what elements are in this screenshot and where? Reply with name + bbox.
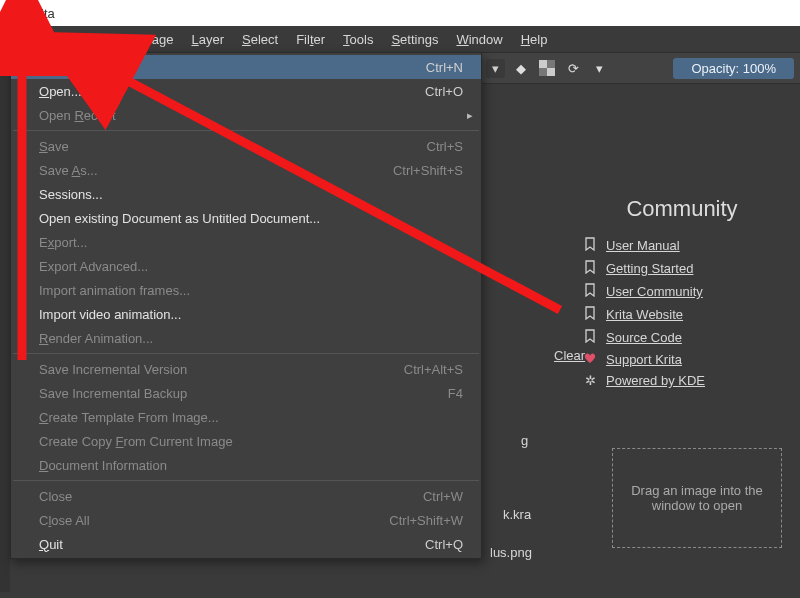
menu-edit[interactable]: Edit — [43, 29, 81, 50]
menu-item-create-copy-from-current-image: Create Copy From Current Image — [11, 429, 481, 453]
alpha-lock-icon[interactable] — [537, 58, 557, 78]
menu-filter[interactable]: Filter — [288, 29, 333, 50]
menu-item-label: Document Information — [39, 458, 463, 473]
community-link-getting-started[interactable]: Getting Started — [582, 259, 782, 278]
menu-separator — [13, 130, 479, 131]
svg-rect-0 — [539, 60, 547, 68]
menu-item-label: Export Advanced... — [39, 259, 463, 274]
menu-item-new[interactable]: New...Ctrl+N — [11, 55, 481, 79]
menu-item-label: New... — [39, 60, 406, 75]
community-link-user-community[interactable]: User Community — [582, 282, 782, 301]
menu-item-label: Open Recent — [39, 108, 463, 123]
menu-item-sessions[interactable]: Sessions... — [11, 182, 481, 206]
menu-item-close: CloseCtrl+W — [11, 484, 481, 508]
menu-item-import-video-animation[interactable]: Import video animation... — [11, 302, 481, 326]
menu-item-quit[interactable]: QuitCtrl+Q — [11, 532, 481, 556]
svg-rect-3 — [539, 68, 547, 76]
community-link-label: User Manual — [606, 238, 680, 253]
menu-item-label: Create Template From Image... — [39, 410, 463, 425]
menu-item-close-all: Close AllCtrl+Shift+W — [11, 508, 481, 532]
community-link-label: Support Krita — [606, 352, 682, 367]
community-link-source-code[interactable]: Source Code — [582, 328, 782, 347]
menu-item-import-animation-frames: Import animation frames... — [11, 278, 481, 302]
menu-item-shortcut: Ctrl+W — [423, 489, 463, 504]
menu-file[interactable]: File — [4, 29, 41, 50]
opacity-slider[interactable]: Opacity: 100% — [673, 58, 794, 79]
menu-item-shortcut: Ctrl+Shift+S — [393, 163, 463, 178]
app-body: FileEditViewImageLayerSelectFilterToolsS… — [0, 26, 800, 598]
menu-item-label: Open... — [39, 84, 405, 99]
community-link-label: User Community — [606, 284, 703, 299]
bookmark-icon — [582, 283, 598, 300]
menu-item-label: Close — [39, 489, 403, 504]
menu-item-shortcut: Ctrl+Alt+S — [404, 362, 463, 377]
window-title: Krita — [28, 6, 55, 21]
community-link-label: Source Code — [606, 330, 682, 345]
menu-image[interactable]: Image — [129, 29, 181, 50]
menu-item-label: Save As... — [39, 163, 373, 178]
menu-item-open-recent: Open Recent — [11, 103, 481, 127]
community-heading: Community — [582, 196, 782, 222]
menu-item-shortcut: Ctrl+N — [426, 60, 463, 75]
menu-item-shortcut: Ctrl+S — [427, 139, 463, 154]
menu-item-save-as: Save As...Ctrl+Shift+S — [11, 158, 481, 182]
bookmark-icon — [582, 260, 598, 277]
menu-settings[interactable]: Settings — [383, 29, 446, 50]
menu-item-save-incremental-version: Save Incremental VersionCtrl+Alt+S — [11, 357, 481, 381]
menu-item-label: Close All — [39, 513, 369, 528]
menu-layer[interactable]: Layer — [183, 29, 232, 50]
menu-tools[interactable]: Tools — [335, 29, 381, 50]
svg-rect-1 — [547, 68, 555, 76]
community-panel: Community User ManualGetting StartedUser… — [582, 196, 782, 393]
drop-zone-label: Drag an image into the window to open — [619, 483, 775, 513]
menu-help[interactable]: Help — [513, 29, 556, 50]
drop-zone[interactable]: Drag an image into the window to open — [612, 448, 782, 548]
community-link-support-krita[interactable]: Support Krita — [582, 351, 782, 368]
recent-file[interactable]: g — [521, 433, 528, 448]
recent-file[interactable]: k.kra — [503, 507, 531, 522]
menu-item-open-existing-document-as-untitled-document[interactable]: Open existing Document as Untitled Docum… — [11, 206, 481, 230]
brush-preset-dropdown[interactable]: ▾ — [486, 59, 505, 78]
community-link-label: Powered by KDE — [606, 373, 705, 388]
gear-icon: ✲ — [582, 373, 598, 388]
menu-item-label: Sessions... — [39, 187, 463, 202]
chevron-down-icon[interactable]: ▾ — [589, 58, 609, 78]
menu-item-label: Create Copy From Current Image — [39, 434, 463, 449]
left-tool-rail — [0, 52, 10, 592]
menu-item-render-animation: Render Animation... — [11, 326, 481, 350]
menu-item-create-template-from-image: Create Template From Image... — [11, 405, 481, 429]
menu-item-shortcut: Ctrl+O — [425, 84, 463, 99]
menu-item-save: SaveCtrl+S — [11, 134, 481, 158]
menu-separator — [13, 480, 479, 481]
community-link-powered-by-kde[interactable]: ✲Powered by KDE — [582, 372, 782, 389]
menu-item-document-information: Document Information — [11, 453, 481, 477]
title-bar: Krita — [0, 0, 800, 26]
menu-item-label: Open existing Document as Untitled Docum… — [39, 211, 463, 226]
menu-item-export-advanced: Export Advanced... — [11, 254, 481, 278]
eraser-mode-icon[interactable]: ◆ — [511, 58, 531, 78]
bookmark-icon — [582, 306, 598, 323]
svg-rect-2 — [547, 60, 555, 68]
menu-view[interactable]: View — [83, 29, 127, 50]
community-link-user-manual[interactable]: User Manual — [582, 236, 782, 255]
menu-separator — [13, 353, 479, 354]
file-menu-dropdown: New...Ctrl+NOpen...Ctrl+OOpen RecentSave… — [10, 52, 482, 559]
community-link-label: Krita Website — [606, 307, 683, 322]
community-link-krita-website[interactable]: Krita Website — [582, 305, 782, 324]
bookmark-icon — [582, 237, 598, 254]
menu-item-label: Export... — [39, 235, 463, 250]
menu-item-save-incremental-backup: Save Incremental BackupF4 — [11, 381, 481, 405]
menu-item-label: Save Incremental Version — [39, 362, 384, 377]
menu-item-label: Import animation frames... — [39, 283, 463, 298]
menu-window[interactable]: Window — [448, 29, 510, 50]
menu-item-open[interactable]: Open...Ctrl+O — [11, 79, 481, 103]
menu-item-label: Save — [39, 139, 407, 154]
recent-file[interactable]: lus.png — [490, 545, 532, 560]
menu-item-label: Render Animation... — [39, 331, 463, 346]
menu-item-label: Quit — [39, 537, 405, 552]
menu-select[interactable]: Select — [234, 29, 286, 50]
recent-clear-link[interactable]: Clear — [554, 348, 585, 363]
menu-item-shortcut: F4 — [448, 386, 463, 401]
heart-icon — [582, 352, 598, 367]
reload-preset-icon[interactable]: ⟳ — [563, 58, 583, 78]
